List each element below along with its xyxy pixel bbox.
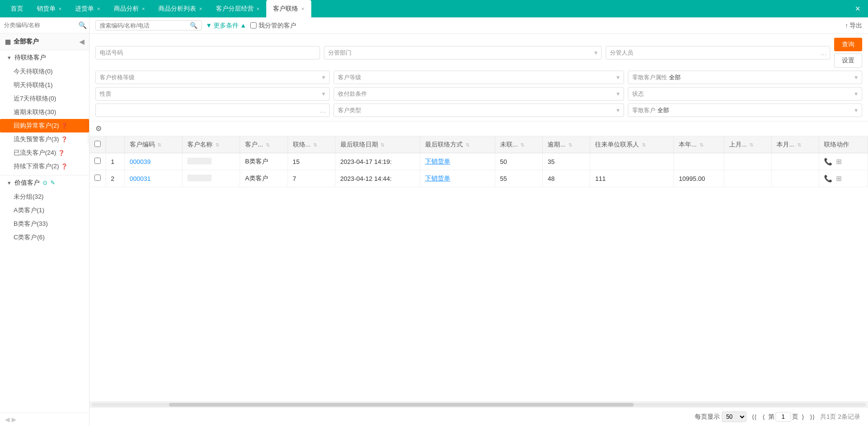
- nav-analysis[interactable]: 商品分析 ×: [107, 0, 152, 17]
- contact-icon[interactable]: 📞: [824, 158, 832, 165]
- nav-home[interactable]: 首页: [4, 0, 30, 17]
- window-close-button[interactable]: ×: [851, 4, 864, 14]
- nav-customer-seg[interactable]: 客户分层经营 ×: [209, 0, 266, 17]
- my-customer-check[interactable]: [250, 22, 257, 29]
- sidebar-item-class-a[interactable]: A类客户(1): [0, 204, 89, 217]
- sidebar-item-ungrouped[interactable]: 未分组(32): [0, 190, 89, 204]
- sort-icon[interactable]: ⇅: [215, 142, 219, 147]
- sort-icon[interactable]: ⇅: [157, 142, 161, 147]
- next-page-button[interactable]: ⟩: [799, 412, 807, 422]
- table-header-contact-person[interactable]: 往来单位联系人 ⇅: [590, 136, 674, 153]
- my-customer-checkbox[interactable]: 我分管的客户: [250, 21, 296, 30]
- sort-icon[interactable]: ⇅: [266, 142, 270, 147]
- retail-attr-filter[interactable]: 零散客户属性 全部 ▼: [628, 71, 862, 84]
- help-icon[interactable]: ❓: [61, 123, 68, 129]
- prev-page-button[interactable]: ⟨: [760, 412, 767, 422]
- table-header-unlocked[interactable]: 未联... ⇅: [495, 136, 542, 153]
- customer-type-filter[interactable]: 客户类型 ▼: [334, 103, 624, 117]
- gender-filter[interactable]: 性质 ▼: [95, 87, 330, 101]
- person-filter[interactable]: 分管人员 …: [606, 46, 830, 59]
- last-page-button[interactable]: ⟩⟩: [807, 412, 817, 422]
- sort-icon[interactable]: ⇅: [466, 142, 470, 147]
- sort-icon[interactable]: ⇅: [381, 142, 384, 147]
- sidebar-item-lost-warning[interactable]: 流失预警客户(3) ❓: [0, 132, 89, 146]
- help-icon[interactable]: ❓: [61, 136, 68, 143]
- dept-filter[interactable]: 分管部门 ▼: [324, 46, 602, 59]
- table-header-name[interactable]: 客户名称 ⇅: [183, 136, 240, 153]
- retail-customer-filter[interactable]: 零散客户 全部 ▼: [628, 103, 862, 117]
- table-header-contact-count[interactable]: 联络... ⇅: [288, 136, 335, 153]
- sidebar-item-class-c[interactable]: C类客户(6): [0, 231, 89, 244]
- payment-filter[interactable]: 收付款条件 ▼: [334, 87, 624, 101]
- help-icon[interactable]: ❓: [58, 150, 65, 156]
- row-code[interactable]: 000039: [124, 153, 182, 170]
- page-number-input[interactable]: [776, 412, 791, 422]
- status-filter[interactable]: 状态 ▼: [628, 87, 862, 101]
- sidebar-item-class-b[interactable]: B类客户(33): [0, 217, 89, 231]
- first-page-button[interactable]: ⟨⟨: [749, 412, 759, 422]
- sidebar-item-today[interactable]: 今天待联络(0): [0, 65, 89, 78]
- row-code[interactable]: 000031: [124, 170, 182, 187]
- select-all-checkbox[interactable]: [94, 141, 101, 147]
- row-checkbox[interactable]: [94, 158, 101, 164]
- sidebar-item-7days[interactable]: 近7天待联络(0): [0, 92, 89, 105]
- table-header-this-month[interactable]: 本月... ⇅: [772, 136, 819, 153]
- nav-purchase[interactable]: 进货单 ×: [68, 0, 107, 17]
- export-button[interactable]: ↑ 导出: [845, 21, 863, 30]
- scroll-thumb[interactable]: [169, 403, 634, 407]
- sort-icon[interactable]: ⇅: [700, 142, 703, 147]
- help-icon[interactable]: ❓: [61, 163, 68, 170]
- price-level-filter[interactable]: 客户价格等级 ▼: [95, 71, 330, 84]
- sidebar-item-declining[interactable]: 持续下滑客户(2) ❓: [0, 160, 89, 173]
- gear-icon[interactable]: ⚙: [95, 124, 102, 133]
- close-icon[interactable]: ×: [97, 6, 100, 12]
- table-header-code[interactable]: 客户编码 ⇅: [124, 136, 182, 153]
- more-icon[interactable]: …: [820, 49, 827, 57]
- close-icon[interactable]: ×: [257, 6, 259, 12]
- more-conditions-button[interactable]: ▼ 更多条件 ▲: [206, 21, 246, 30]
- table-header-last-date[interactable]: 最后联络日期 ⇅: [335, 136, 420, 153]
- sidebar-item-tomorrow[interactable]: 明天待联络(1): [0, 78, 89, 92]
- row-checkbox[interactable]: [94, 175, 101, 181]
- nav-analysis-list[interactable]: 商品分析列表 ×: [152, 0, 209, 17]
- close-icon[interactable]: ×: [199, 6, 202, 12]
- sidebar-group-pending-title[interactable]: ▼ 待联络客户: [0, 50, 89, 65]
- phone-filter[interactable]: 电话号码: [95, 46, 320, 59]
- collapse-icon[interactable]: ◀: [79, 38, 84, 45]
- close-icon[interactable]: ×: [142, 6, 145, 12]
- sort-icon[interactable]: ⇅: [520, 142, 524, 147]
- sort-icon[interactable]: ⇅: [568, 142, 572, 147]
- horizontal-scrollbar[interactable]: [90, 401, 868, 407]
- sidebar-item-lost[interactable]: 已流失客户(24) ❓: [0, 146, 89, 160]
- sidebar-group-value-title[interactable]: ▼ 价值客户 ⊙ ✎: [0, 175, 89, 190]
- page-size-select[interactable]: 50 100 200: [722, 411, 746, 422]
- close-icon[interactable]: ×: [59, 6, 61, 12]
- table-header-customer-type[interactable]: 客户... ⇅: [240, 136, 288, 153]
- sidebar-all-customers[interactable]: ▦ 全部客户 ◀: [0, 33, 89, 50]
- row-last-method[interactable]: 下销货单: [420, 153, 495, 170]
- customer-level-filter[interactable]: 客户等级 ▼: [334, 71, 624, 84]
- table-header-last-method[interactable]: 最后联络方式 ⇅: [420, 136, 495, 153]
- nav-sales[interactable]: 销货单 ×: [30, 0, 68, 17]
- more-filter[interactable]: …: [95, 103, 330, 117]
- contact-icon[interactable]: 📞: [824, 175, 832, 182]
- search-icon[interactable]: 🔍: [190, 22, 198, 29]
- nav-customer-contact[interactable]: 客户联络 ×: [266, 0, 311, 17]
- more-icon[interactable]: …: [320, 106, 326, 114]
- table-header-overdue[interactable]: 逾期... ⇅: [543, 136, 590, 153]
- sort-icon[interactable]: ⇅: [313, 142, 317, 147]
- table-header-this-year[interactable]: 本年... ⇅: [674, 136, 724, 153]
- sidebar-item-overdue[interactable]: 逾期未联络(30): [0, 105, 89, 119]
- close-icon[interactable]: ×: [301, 6, 304, 12]
- query-button[interactable]: 查询: [834, 38, 862, 51]
- settings-icon[interactable]: ✎: [50, 179, 55, 186]
- row-last-method[interactable]: 下销货单: [420, 170, 495, 187]
- sidebar-item-repurchase-abnormal[interactable]: 回购异常客户(2) ❓: [0, 119, 89, 132]
- more-action-icon[interactable]: ⊞: [836, 175, 842, 182]
- sidebar-scroll-left[interactable]: ◀ ▶: [0, 412, 89, 426]
- sort-icon[interactable]: ⇅: [797, 142, 801, 147]
- search-icon[interactable]: 🔍: [78, 21, 87, 29]
- sort-icon[interactable]: ⇅: [642, 142, 646, 147]
- sidebar-search-input[interactable]: [4, 22, 76, 29]
- setting-button[interactable]: 设置: [834, 53, 862, 68]
